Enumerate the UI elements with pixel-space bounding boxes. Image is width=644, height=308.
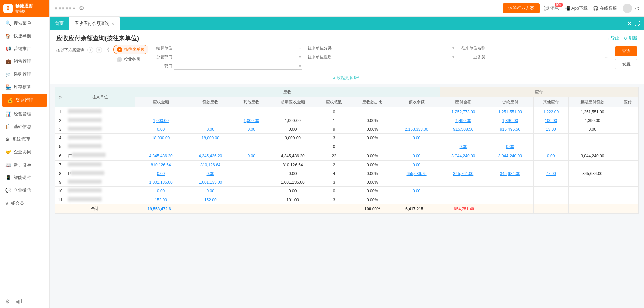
table-cell[interactable]: 1,252,773.00 xyxy=(440,107,487,116)
table-cell[interactable] xyxy=(135,107,187,116)
collapse-button[interactable]: ∧ 收起更多条件 xyxy=(333,75,361,81)
table-cell[interactable] xyxy=(234,178,269,187)
export-button[interactable]: ↑ 导出 xyxy=(607,35,620,41)
table-cell[interactable]: 2,153,333.00 xyxy=(393,125,440,134)
sidebar-collapse-icon[interactable]: ◀II xyxy=(15,298,22,305)
online-service-button[interactable]: 🎧 在线客服 xyxy=(593,5,617,11)
sidebar-item-quicknav[interactable]: 🏠 快捷导航 xyxy=(0,30,49,42)
table-cell[interactable]: 1,001,135.00 xyxy=(135,178,187,187)
table-cell[interactable]: 0.00 xyxy=(234,125,269,134)
table-cell[interactable] xyxy=(534,178,569,187)
solution-button[interactable]: 体验行业方案 xyxy=(503,3,540,13)
table-cell[interactable]: 345,761.00 xyxy=(440,169,487,178)
table-cell[interactable] xyxy=(234,169,269,178)
table-cell[interactable] xyxy=(393,107,440,116)
table-cell[interactable] xyxy=(440,161,487,169)
table-cell[interactable] xyxy=(534,187,569,195)
table-cell[interactable]: 1,000.00 xyxy=(234,116,269,125)
settlement-unit-input[interactable] xyxy=(176,46,298,50)
table-cell[interactable]: 152.00 xyxy=(135,195,187,204)
table-cell[interactable]: 0.00 xyxy=(234,151,269,161)
scheme-option-partner[interactable]: ✦ 按往来单位 xyxy=(113,45,148,54)
table-cell[interactable]: 0.00 xyxy=(440,142,487,151)
table-cell[interactable]: 0.00 xyxy=(393,161,440,169)
table-cell[interactable]: 915,495.56 xyxy=(487,125,534,134)
scheme-collapse-icon[interactable]: 《 xyxy=(105,47,109,53)
table-cell[interactable]: 0.00 xyxy=(135,187,187,195)
table-cell[interactable] xyxy=(234,187,269,195)
sidebar-item-search[interactable]: 🔍 搜索菜单 xyxy=(0,17,49,30)
table-cell[interactable] xyxy=(440,178,487,187)
sidebar-item-purchase[interactable]: 🛒 采购管理 xyxy=(0,68,49,81)
table-cell[interactable]: 0.00 xyxy=(534,151,569,161)
summary-ap-amount[interactable]: -654,751.40 xyxy=(440,204,487,214)
table-cell[interactable] xyxy=(534,195,569,204)
table-cell[interactable]: 345,684.00 xyxy=(487,169,534,178)
table-cell[interactable] xyxy=(234,161,269,169)
table-cell[interactable]: 0.00 xyxy=(393,134,440,142)
table-cell[interactable]: 0.00 xyxy=(393,151,440,161)
table-cell[interactable] xyxy=(393,142,440,151)
department-input[interactable] xyxy=(176,64,299,69)
table-cell[interactable] xyxy=(135,142,187,151)
sidebar-item-warehouse[interactable]: 🏪 库存核算 xyxy=(0,81,49,93)
table-cell[interactable]: 0.00 xyxy=(187,169,234,178)
table-cell[interactable]: 100.00 xyxy=(534,116,569,125)
partner-name-input[interactable] xyxy=(489,46,608,50)
table-cell[interactable]: 4,345,436.20 xyxy=(187,151,234,161)
table-cell[interactable]: 0.00 xyxy=(135,169,187,178)
sidebar-item-system[interactable]: ⚙ 系统管理 xyxy=(0,133,49,146)
table-cell[interactable] xyxy=(393,195,440,204)
sidebar-item-finance[interactable]: 💰 资金管理 xyxy=(2,94,47,107)
add-scheme-icon[interactable]: + xyxy=(87,47,93,53)
table-cell[interactable]: 655,636.75 xyxy=(393,169,440,178)
table-cell[interactable] xyxy=(234,134,269,142)
table-cell[interactable] xyxy=(187,116,234,125)
sidebar-item-vip[interactable]: V 畅会员 xyxy=(0,197,49,210)
table-cell[interactable]: 915,508.56 xyxy=(440,125,487,134)
sidebar-item-basic-info[interactable]: 📋 基础信息 xyxy=(0,120,49,133)
table-cell[interactable]: 0.00 xyxy=(487,142,534,151)
sidebar-item-operations[interactable]: 📊 经营管理 xyxy=(0,107,49,120)
sidebar-item-collab[interactable]: 🤝 企业协同 xyxy=(0,146,49,159)
table-cell[interactable]: 0.00 xyxy=(393,187,440,195)
table-cell[interactable]: 1,001,135.00 xyxy=(187,178,234,187)
table-cell[interactable] xyxy=(234,142,269,151)
table-cell[interactable] xyxy=(487,161,534,169)
table-cell[interactable] xyxy=(440,134,487,142)
table-cell[interactable]: 0.00 xyxy=(187,187,234,195)
table-cell[interactable]: 1,000.00 xyxy=(135,116,187,125)
table-cell[interactable]: 152.00 xyxy=(187,195,234,204)
message-button[interactable]: 💬 消息 99+ xyxy=(544,5,559,11)
tab-fullscreen-icon[interactable]: ⛶ xyxy=(635,20,640,27)
tab-ar-ap[interactable]: 应收应付余额查询 ✕ xyxy=(69,17,120,30)
table-cell[interactable] xyxy=(234,195,269,204)
col-settings-header[interactable]: ⚙ xyxy=(55,87,65,107)
table-cell[interactable]: 13.00 xyxy=(534,125,569,134)
setting-button[interactable]: 设置 xyxy=(615,59,637,69)
table-cell[interactable]: 77.00 xyxy=(534,169,569,178)
scheme-settings-icon[interactable]: ⚙ xyxy=(96,47,102,53)
table-cell[interactable] xyxy=(487,195,534,204)
user-avatar[interactable]: Rit xyxy=(623,4,639,13)
table-cell[interactable] xyxy=(440,195,487,204)
table-cell[interactable]: 18,000.00 xyxy=(187,134,234,142)
table-cell[interactable]: 1,222.00 xyxy=(534,107,569,116)
partner-nature-input[interactable] xyxy=(335,55,453,59)
table-cell[interactable] xyxy=(487,178,534,187)
table-cell[interactable] xyxy=(534,134,569,142)
table-cell[interactable]: 810,126.64 xyxy=(135,161,187,169)
tab-home[interactable]: 首页 xyxy=(50,17,69,30)
table-cell[interactable] xyxy=(487,187,534,195)
table-cell[interactable]: 0.00 xyxy=(135,125,187,134)
table-cell[interactable]: 1,390.00 xyxy=(487,116,534,125)
sidebar-item-sales[interactable]: 💼 销售管理 xyxy=(0,55,49,68)
sidebar-settings-icon[interactable]: ⚙ xyxy=(5,298,10,305)
table-cell[interactable]: 4,345,436.20 xyxy=(135,151,187,161)
table-cell[interactable] xyxy=(234,107,269,116)
table-cell[interactable] xyxy=(534,142,569,151)
sidebar-item-wechat[interactable]: 💬 企业微信 xyxy=(0,184,49,197)
table-cell[interactable]: 810,126.64 xyxy=(187,161,234,169)
table-cell[interactable] xyxy=(393,178,440,187)
table-cell[interactable] xyxy=(487,134,534,142)
